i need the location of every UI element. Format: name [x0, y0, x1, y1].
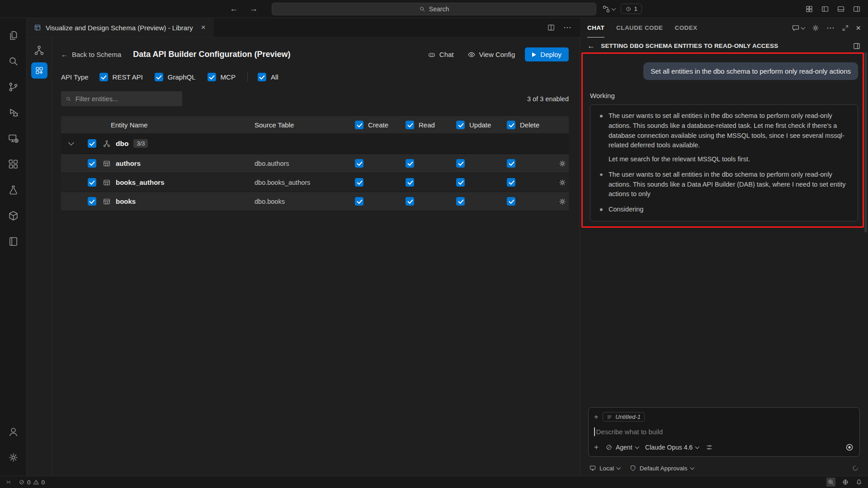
attach-icon[interactable]: +	[594, 443, 599, 452]
thinking-paragraph: The user wants to set all entities in th…	[609, 170, 849, 199]
chat-input-box[interactable]: + Untitled-1 Describe what to build + Ag…	[588, 407, 860, 457]
notebook-icon[interactable]	[0, 229, 26, 254]
expand-icon[interactable]	[842, 24, 849, 32]
read-checkbox[interactable]	[406, 178, 414, 187]
global-search-input[interactable]: Search	[272, 3, 596, 15]
back-to-schema-link[interactable]: ← Back to Schema	[61, 51, 121, 58]
model-picker[interactable]: Claude Opus 4.6	[645, 444, 699, 451]
create-all-checkbox[interactable]	[355, 121, 363, 129]
more-actions-icon[interactable]: ⋯	[563, 23, 572, 33]
row-settings-button[interactable]	[557, 178, 566, 187]
read-checkbox[interactable]	[406, 159, 414, 168]
dab-config-button[interactable]	[31, 62, 47, 79]
delete-checkbox[interactable]	[507, 178, 515, 187]
containers-icon[interactable]	[0, 203, 26, 229]
mcp-checkbox[interactable]	[208, 73, 216, 81]
source-control-icon[interactable]	[0, 74, 26, 100]
delete-all-checkbox[interactable]	[507, 121, 515, 129]
environment-picker[interactable]: Local	[589, 465, 620, 472]
scrollbar-thumb[interactable]	[864, 52, 867, 232]
update-checkbox[interactable]	[456, 197, 465, 206]
gear-icon[interactable]	[811, 24, 820, 32]
explorer-icon[interactable]	[0, 23, 26, 48]
approvals-picker[interactable]: Default Approvals	[629, 465, 693, 472]
copilot-sessions-icon	[602, 5, 610, 13]
notifications-bell-icon[interactable]	[855, 479, 863, 486]
history-forward-icon[interactable]: →	[250, 4, 258, 14]
schema-group-row[interactable]: dbo 3/3	[61, 133, 569, 154]
sliders-icon[interactable]	[706, 444, 713, 451]
table-row[interactable]: books dbo.books	[61, 192, 569, 211]
api-option-rest[interactable]: REST API	[99, 73, 143, 81]
search-view-icon[interactable]	[0, 48, 26, 74]
update-all-checkbox[interactable]	[456, 121, 465, 129]
rest-api-checkbox[interactable]	[99, 73, 108, 81]
deploy-button[interactable]: Deploy	[525, 47, 569, 61]
row-checkbox[interactable]	[88, 178, 96, 187]
schema-visualizer-icon[interactable]	[33, 45, 45, 56]
row-settings-button[interactable]	[557, 160, 566, 168]
read-checkbox[interactable]	[406, 197, 414, 206]
api-option-mcp[interactable]: MCP	[208, 73, 236, 81]
all-checkbox[interactable]	[258, 73, 266, 81]
create-checkbox[interactable]	[355, 159, 363, 168]
context-file-chip[interactable]: Untitled-1	[603, 412, 645, 422]
zoom-in-button[interactable]	[826, 478, 835, 487]
prompt-input[interactable]: Describe what to build	[594, 427, 854, 436]
tab-codex[interactable]: CODEX	[675, 18, 698, 38]
remote-explorer-icon[interactable]	[0, 126, 26, 151]
view-config-button[interactable]: View Config	[464, 48, 519, 61]
split-editor-icon[interactable]	[547, 23, 555, 32]
filter-entities-input[interactable]	[75, 95, 178, 103]
graphql-checkbox[interactable]	[155, 73, 163, 81]
run-debug-icon[interactable]	[0, 100, 26, 126]
close-icon[interactable]: ×	[856, 23, 861, 33]
create-checkbox[interactable]	[355, 197, 363, 206]
settings-gear-icon[interactable]	[0, 445, 26, 470]
globe-icon[interactable]	[842, 479, 849, 486]
remote-indicator[interactable]	[5, 479, 12, 485]
tab-claude-code[interactable]: CLAUDE CODE	[616, 18, 663, 38]
delete-checkbox[interactable]	[507, 159, 515, 168]
chevron-down-icon[interactable]	[68, 140, 74, 145]
toggle-sidebar-icon[interactable]	[821, 5, 829, 13]
row-settings-button[interactable]	[557, 197, 566, 206]
row-checkbox[interactable]	[88, 159, 96, 168]
gear-icon	[558, 160, 566, 168]
table-row[interactable]: authors dbo.authors	[61, 154, 569, 173]
voice-record-button[interactable]	[845, 443, 854, 452]
account-icon[interactable]	[0, 419, 26, 445]
chat-mode-button[interactable]	[792, 24, 805, 32]
api-option-graphql[interactable]: GraphQL	[155, 73, 196, 81]
copilot-sessions-button[interactable]	[602, 5, 615, 13]
testing-icon[interactable]	[0, 177, 26, 203]
add-context-icon[interactable]: +	[594, 413, 598, 421]
read-all-checkbox[interactable]	[406, 121, 414, 129]
filter-entities-field[interactable]	[61, 91, 182, 106]
more-actions-icon[interactable]: ⋯	[826, 23, 835, 33]
status-bar-right	[826, 478, 863, 487]
toggle-panel-icon[interactable]	[837, 5, 845, 13]
session-counter[interactable]: 1	[621, 4, 642, 14]
extensions-icon[interactable]	[0, 151, 26, 177]
problems-indicator[interactable]: 0 0	[19, 479, 45, 486]
table-row[interactable]: books_authors dbo.books_authors	[61, 173, 569, 192]
customize-layout-icon[interactable]	[805, 5, 813, 13]
back-arrow-icon[interactable]: ←	[587, 42, 595, 51]
open-in-editor-icon[interactable]	[853, 42, 861, 50]
delete-checkbox[interactable]	[507, 197, 515, 206]
user-message-row: Set all entities in the dbo schema to pe…	[590, 62, 858, 80]
create-checkbox[interactable]	[355, 178, 363, 187]
close-icon[interactable]: ×	[201, 23, 206, 32]
api-option-all[interactable]: All	[258, 73, 278, 81]
row-checkbox[interactable]	[88, 197, 96, 206]
dbo-group-checkbox[interactable]	[88, 139, 96, 148]
chat-button[interactable]: Chat	[424, 48, 458, 61]
mode-picker[interactable]: Agent	[605, 444, 638, 451]
tab-chat[interactable]: CHAT	[587, 18, 604, 38]
toggle-secondary-sidebar-icon[interactable]	[853, 5, 861, 13]
update-checkbox[interactable]	[456, 159, 465, 168]
history-back-icon[interactable]: ←	[230, 4, 238, 14]
update-checkbox[interactable]	[456, 178, 465, 187]
editor-tab[interactable]: Visualize and Design Schema (Preview) - …	[27, 18, 213, 37]
